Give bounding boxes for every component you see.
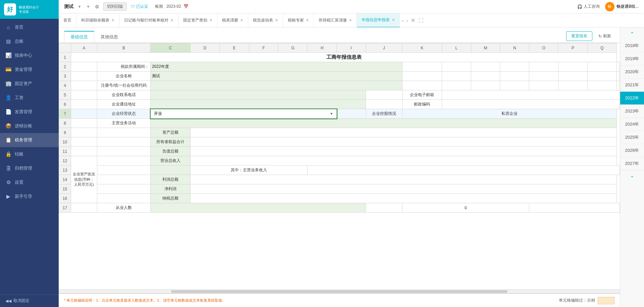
cell-2B[interactable]: 税款所属期间： bbox=[97, 62, 150, 72]
col-header-N[interactable]: N bbox=[500, 43, 529, 53]
cell-4J[interactable] bbox=[402, 81, 442, 90]
col-header-F[interactable]: F bbox=[249, 43, 278, 53]
cell-15B[interactable] bbox=[97, 184, 150, 194]
col-header-I[interactable]: I bbox=[337, 43, 366, 53]
sidebar-item-archive[interactable]: 🗄 归档管理 bbox=[0, 161, 59, 175]
cell-7C[interactable]: 开业 ▼ bbox=[151, 109, 337, 119]
tab-taxwave[interactable]: 税负波动表 ✕ bbox=[248, 13, 283, 28]
col-header-A[interactable]: A bbox=[71, 43, 97, 53]
cell-12D[interactable] bbox=[190, 156, 616, 166]
cell-2M[interactable] bbox=[500, 62, 529, 72]
chevron-down-icon[interactable]: ▼ bbox=[330, 112, 333, 116]
cell-13B[interactable] bbox=[97, 166, 150, 175]
year-item-2019[interactable]: 2019年 bbox=[620, 52, 644, 65]
sidebar-item-home[interactable]: ⌂ 首页 bbox=[0, 20, 59, 34]
tab-close-icon[interactable]: ✕ bbox=[392, 18, 395, 22]
cell-5I[interactable] bbox=[366, 90, 402, 100]
tab-journal[interactable]: 日记账与银行对账单核对 ✕ bbox=[119, 13, 178, 28]
cell-4O[interactable] bbox=[558, 81, 588, 90]
cell-10A[interactable] bbox=[71, 137, 97, 147]
cell-4L[interactable] bbox=[471, 81, 500, 90]
tab-yearreport[interactable]: 年报信息申报表 ✕ bbox=[357, 13, 400, 28]
col-header-B[interactable]: B bbox=[97, 43, 150, 53]
hscrollbar[interactable] bbox=[59, 289, 620, 293]
cell-3N[interactable] bbox=[529, 72, 558, 81]
cell-5J[interactable]: 企业电子邮箱 bbox=[402, 90, 442, 100]
cell-5A[interactable] bbox=[71, 90, 97, 100]
cell-6I[interactable] bbox=[366, 100, 402, 109]
col-header-K[interactable]: K bbox=[402, 43, 442, 53]
cell-14C[interactable]: 利润总额 bbox=[151, 175, 191, 184]
year-item-2024[interactable]: 2024年 bbox=[620, 118, 644, 131]
year-scroll-up-btn[interactable]: ⌃ bbox=[620, 29, 644, 39]
user-menu[interactable]: 畅 畅捷通B组... bbox=[605, 2, 639, 11]
cell-9A[interactable] bbox=[71, 128, 97, 137]
cell-16C[interactable]: 纳税总额 bbox=[151, 194, 191, 203]
col-header-D[interactable]: D bbox=[190, 43, 219, 53]
sidebar-item-reports[interactable]: 📊 报表中心 bbox=[0, 48, 59, 62]
cell-5C[interactable] bbox=[151, 90, 366, 100]
cell-2Q[interactable] bbox=[617, 62, 620, 72]
tab-close-all-btn[interactable]: ✕ bbox=[410, 17, 417, 24]
cell-17B[interactable]: 从业人数 bbox=[97, 203, 150, 213]
cell-6B[interactable]: 企业通信地址 bbox=[97, 100, 150, 109]
cell-17C[interactable] bbox=[151, 203, 366, 213]
year-item-2027[interactable]: 2027年 bbox=[620, 157, 644, 170]
col-header-O[interactable]: O bbox=[529, 43, 558, 53]
cell-8C[interactable] bbox=[151, 119, 617, 128]
cell-3O[interactable] bbox=[558, 72, 588, 81]
cell-9D[interactable] bbox=[190, 128, 616, 137]
cell-15C[interactable]: 净利润 bbox=[151, 184, 191, 194]
cell-4Q[interactable] bbox=[617, 81, 620, 90]
dropdown-cell[interactable]: 开业 ▼ bbox=[152, 111, 335, 117]
year-item-2021[interactable]: 2021年 bbox=[620, 79, 644, 92]
sidebar-item-inventory[interactable]: 📦 进销台账 bbox=[0, 119, 59, 133]
col-header-G[interactable]: G bbox=[278, 43, 307, 53]
tab-next-btn[interactable]: › bbox=[406, 18, 409, 23]
cell-2J[interactable] bbox=[402, 62, 442, 72]
cell-4B[interactable]: 注册号/统一社会信用代码 bbox=[97, 81, 150, 90]
tab-close-icon[interactable]: ✕ bbox=[170, 18, 173, 23]
topbar-dropdown-arrow[interactable]: ▼ bbox=[77, 4, 82, 9]
subtab-basic[interactable]: 基础信息 bbox=[64, 31, 94, 43]
tab-close-icon[interactable]: ✕ bbox=[111, 18, 114, 23]
cell-3L[interactable] bbox=[471, 72, 500, 81]
cell-10C[interactable]: 所有者权益合计 bbox=[151, 137, 191, 147]
sidebar-item-wages[interactable]: 👤 工资 bbox=[0, 91, 59, 105]
cell-9B[interactable] bbox=[97, 128, 150, 137]
tab-taxclear[interactable]: 税表清册 ✕ bbox=[217, 13, 248, 28]
cell-6A[interactable] bbox=[71, 100, 97, 109]
reset-btn[interactable]: 重置报表 bbox=[566, 31, 592, 41]
cell-5B[interactable]: 企业联系电话 bbox=[97, 90, 150, 100]
year-item-2020[interactable]: 2020年 bbox=[620, 65, 644, 79]
cell-9C[interactable]: 资产总额 bbox=[151, 128, 191, 137]
sidebar-item-close[interactable]: 🔒 结账 bbox=[0, 147, 59, 161]
cell-11D[interactable] bbox=[190, 147, 616, 156]
topbar-add-btn[interactable]: ＋ bbox=[86, 3, 91, 10]
cell-13H[interactable] bbox=[308, 166, 620, 175]
tab-prev-btn[interactable]: ‹ bbox=[401, 18, 405, 23]
cell-7I[interactable] bbox=[337, 109, 366, 119]
cell-2O[interactable] bbox=[558, 62, 588, 72]
tab-incometax[interactable]: 所得税汇算清缴 ✕ bbox=[314, 13, 357, 28]
col-header-Q[interactable]: Q bbox=[588, 43, 617, 53]
cell-14D[interactable] bbox=[190, 175, 616, 184]
cell-15D[interactable] bbox=[190, 184, 616, 194]
col-header-J[interactable]: J bbox=[366, 43, 402, 53]
refresh-btn[interactable]: ↻ 刷新 bbox=[595, 32, 614, 41]
cell-11B[interactable] bbox=[97, 147, 150, 156]
cell-8B[interactable]: 主营业务活动 bbox=[97, 119, 150, 128]
year-item-2018[interactable]: 2018年 bbox=[620, 39, 644, 52]
cell-3M[interactable] bbox=[500, 72, 529, 81]
cell-4K[interactable] bbox=[442, 81, 471, 90]
cell-7B[interactable]: 企业经营状态 bbox=[97, 109, 150, 119]
cell-3J[interactable] bbox=[402, 72, 442, 81]
col-header-M[interactable]: M bbox=[471, 43, 500, 53]
cell-14B[interactable] bbox=[97, 175, 150, 184]
year-item-2025[interactable]: 2025年 bbox=[620, 131, 644, 144]
cell-2A[interactable] bbox=[71, 62, 97, 72]
col-header-C[interactable]: C bbox=[151, 43, 191, 53]
switch-old-btn[interactable]: 切到旧版 bbox=[103, 2, 127, 11]
cell-6J[interactable]: 邮政编码 bbox=[402, 100, 442, 109]
col-header-P[interactable]: P bbox=[558, 43, 588, 53]
